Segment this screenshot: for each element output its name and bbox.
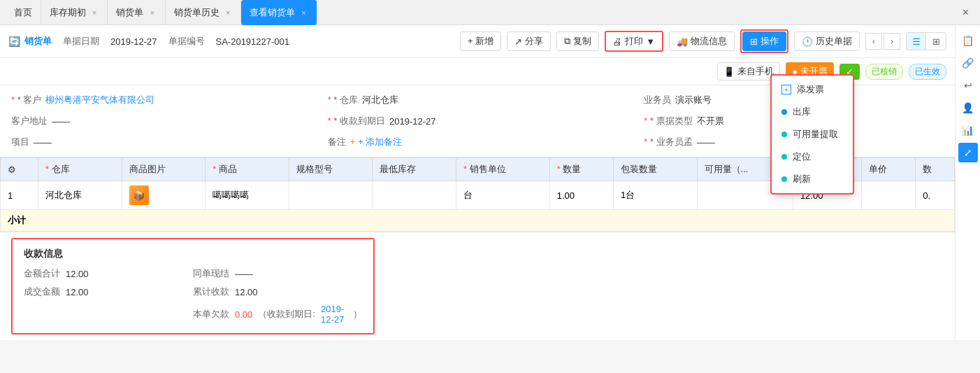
logistics-button[interactable]: 🚚 物流信息 [669, 31, 735, 51]
logistics-icon: 🚚 [677, 36, 688, 47]
row-warehouse: 河北仓库 [38, 181, 122, 210]
staff-value: 演示账号 [675, 94, 712, 106]
col-img: 商品图片 [122, 158, 206, 181]
view-grid[interactable]: ⊞ [926, 33, 946, 50]
op-dropdown-menu: + 添发票 出库 可用量提取 定位 刷新 [770, 74, 854, 195]
date-value: 2019-12-27 [110, 36, 157, 47]
right-sidebar: 📋 🔗 ↩ 👤 📊 ⤢ [955, 25, 980, 340]
op-icon: ⊞ [750, 36, 758, 47]
address-field: 客户地址 —— [11, 115, 311, 127]
print-button[interactable]: 🖨 打印 ▼ [605, 31, 663, 52]
no-value: SA-20191227-001 [216, 36, 290, 47]
sidebar-clipboard-icon[interactable]: 📋 [958, 31, 978, 50]
toolbar-actions: + 新增 ↗ 分享 ⧉ 复制 🖨 打印 ▼ 🚚 [460, 29, 946, 53]
customer-field: * 客户 柳州粤港平安气体有限公司 [11, 94, 311, 106]
global-close-button[interactable]: × [957, 3, 974, 22]
same-order-label: 同单现结 [193, 267, 229, 280]
col-settings[interactable]: ⚙ [1, 158, 38, 181]
subtotal-row: 小计 [1, 210, 955, 232]
share-icon: ↗ [514, 36, 522, 47]
owed-close: ） [353, 308, 362, 321]
due-date-label: * 收款到期日 [328, 115, 385, 127]
doc-title: 🔄 销货单 [8, 35, 52, 48]
close-tab-inventory[interactable]: × [90, 8, 99, 17]
close-tab-sales[interactable]: × [147, 8, 156, 17]
share-button[interactable]: ↗ 分享 [507, 31, 551, 51]
cumulative-label: 累计收款 [193, 286, 229, 298]
add-invoice-icon: + [781, 85, 791, 94]
dropdown-locate[interactable]: 定位 [772, 146, 853, 168]
doc-toolbar: 🔄 销货单 单据日期 2019-12-27 单据编号 SA-20191227-0… [0, 25, 955, 58]
available-qty-icon [781, 132, 787, 137]
row-amount: 0. [916, 181, 955, 210]
deal-value: 12.00 [66, 287, 89, 297]
deal-label: 成交金额 [24, 286, 60, 298]
row-qty: 1.00 [549, 181, 613, 210]
sold-badge: 已核销 [865, 64, 903, 80]
owed-note: （收款到期日: [258, 308, 315, 321]
close-tab-sales-history[interactable]: × [224, 8, 232, 17]
tab-bar: 首页 库存期初 × 销货单 × 销货单历史 × 查看销货单 × × [0, 0, 980, 25]
deal-field: 成交金额 12.00 [24, 286, 193, 298]
customer-label: * 客户 [11, 94, 41, 106]
sidebar-link-icon[interactable]: 🔗 [958, 53, 978, 73]
project-field: 项目 —— [11, 136, 311, 148]
view-toggle: ☰ ⊞ [906, 32, 946, 50]
copy-icon: ⧉ [564, 36, 570, 47]
nav-prev[interactable]: ‹ [865, 33, 882, 50]
tab-sales[interactable]: 销货单 × [108, 0, 165, 25]
warehouse-field: * 仓库 河北仓库 [328, 94, 628, 106]
op-button[interactable]: ⊞ 操作 [742, 31, 786, 51]
print-dropdown-arrow: ▼ [646, 36, 655, 47]
new-button[interactable]: + 新增 [460, 31, 501, 51]
project-value: —— [34, 137, 52, 148]
refresh-icon [781, 176, 787, 182]
close-tab-view-sales[interactable]: × [299, 8, 308, 17]
customer-value[interactable]: 柳州粤港平安气体有限公司 [45, 94, 154, 106]
col-price: 单价 [862, 158, 916, 181]
address-label: 客户地址 [11, 115, 48, 127]
payment-grid: 金额合计 12.00 同单现结 —— 成交金额 12.00 累计收款 12.00 [24, 267, 362, 325]
due-date-value: 2019-12-27 [389, 116, 436, 127]
dropdown-add-invoice[interactable]: + 添发票 [772, 78, 853, 101]
col-spec: 规格型号 [289, 158, 373, 181]
warehouse-label: * 仓库 [328, 94, 358, 106]
doc-meta: 单据日期 2019-12-27 单据编号 SA-20191227-001 [63, 35, 289, 48]
warehouse-value: 河北仓库 [362, 94, 398, 106]
op-highlight-container: ⊞ 操作 [740, 29, 788, 53]
nav-arrows: ‹ › [865, 33, 900, 50]
sidebar-expand-icon[interactable]: ⤢ [958, 143, 978, 162]
sidebar-chart-icon[interactable]: 📊 [958, 120, 978, 140]
col-amount: 数 [916, 158, 955, 181]
dropdown-outbound[interactable]: 出库 [772, 101, 853, 123]
add-note-btn[interactable]: + + 添加备注 [350, 136, 402, 148]
dropdown-available-qty[interactable]: 可用量提取 [772, 123, 853, 146]
tab-inventory[interactable]: 库存期初 × [41, 0, 108, 25]
tab-sales-history[interactable]: 销货单历史 × [166, 0, 241, 25]
owed-field: 本单欠款 0.00 （收款到期日: 2019-12-27 ） [193, 304, 362, 325]
date-label: 单据日期 [63, 35, 99, 48]
tab-view-sales[interactable]: 查看销货单 × [241, 0, 317, 25]
owed-value: 0.00 [235, 309, 252, 320]
history-icon: 🕐 [802, 36, 813, 47]
project-label: 项目 [11, 136, 29, 148]
history-button[interactable]: 🕐 历史单据 [794, 31, 860, 51]
address-value: —— [52, 116, 70, 127]
sidebar-undo-icon[interactable]: ↩ [958, 76, 978, 95]
row-price [862, 181, 916, 210]
col-product: * 商品 [206, 158, 289, 181]
nav-next[interactable]: › [884, 33, 900, 50]
dropdown-refresh[interactable]: 刷新 [772, 168, 853, 190]
invoice-value: 不开票 [697, 115, 724, 127]
total-field: 金额合计 12.00 [24, 267, 193, 280]
print-icon: 🖨 [613, 36, 622, 47]
copy-button[interactable]: ⧉ 复制 [556, 31, 599, 51]
view-list[interactable]: ☰ [907, 33, 926, 50]
sidebar-user-icon[interactable]: 👤 [958, 98, 978, 118]
note-field: 备注 + + 添加备注 [328, 136, 628, 148]
cumulative-field: 累计收款 12.00 [193, 286, 362, 298]
row-min-stock [373, 181, 456, 210]
tab-home[interactable]: 首页 [6, 0, 41, 25]
row-pkg-qty: 1台 [613, 181, 697, 210]
row-no: 1 [1, 181, 38, 210]
